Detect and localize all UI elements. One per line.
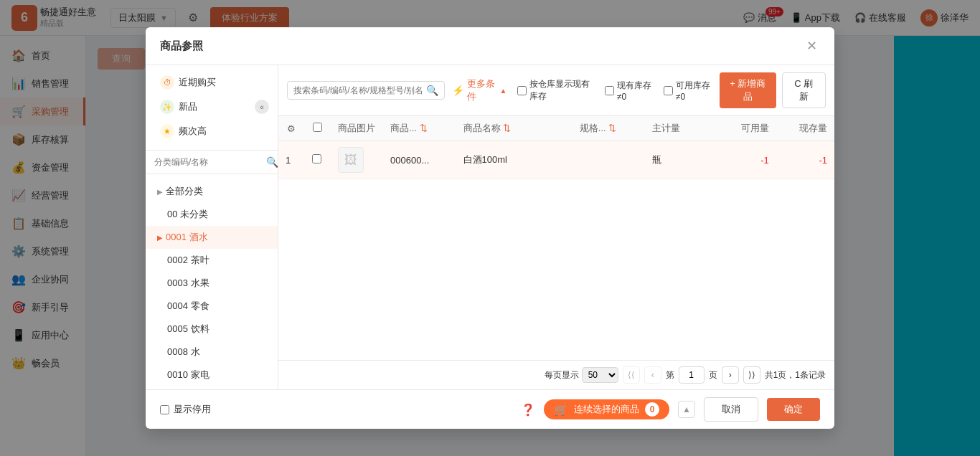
product-search-icon[interactable]: 🔍 [426, 85, 438, 96]
page-size-label: 每页显示 [545, 369, 579, 381]
modal-body: ⏱ 近期购买 ✨ 新品 ★ 频次高 « [146, 65, 834, 389]
checkbox-available-nonzero[interactable]: 现有库存≠0 [605, 80, 654, 102]
cart-label: 连续选择的商品 [574, 403, 639, 416]
th-available: 可用量 [703, 116, 776, 141]
show-disabled-checkbox[interactable]: 显示停用 [160, 403, 211, 416]
table-row[interactable]: 1 🖼 000600... 白酒100ml 瓶 -1 [278, 141, 834, 179]
category-all[interactable]: ▶ 全部分类 [146, 180, 278, 203]
category-beverage[interactable]: 0005 饮料 [146, 318, 278, 341]
th-name[interactable]: 商品名称 ⇅ [456, 116, 573, 141]
column-settings-icon[interactable]: ⚙ [287, 123, 296, 134]
filter-icon: ⚡ [452, 85, 464, 96]
filter-label: 更多条件 [467, 77, 497, 103]
category-search-area: 🔍 [146, 151, 278, 174]
right-panel: 🔍 ⚡ 更多条件 ▲ 按仓库显示现有库存 现有库存≠0 [278, 65, 834, 389]
row-index: 1 [278, 141, 305, 179]
category-fruit-label: 0003 水果 [157, 277, 209, 290]
shortcut-new[interactable]: ✨ 新品 [154, 95, 255, 118]
checkbox-usable-nonzero[interactable]: 可用库存≠0 [664, 80, 712, 102]
product-reference-modal: 商品参照 ✕ ⏱ 近期购买 ✨ 新品 [146, 27, 834, 429]
page-size-dropdown[interactable]: 10 20 50 100 [582, 367, 618, 383]
sort-spec-icon: ⇅ [608, 123, 616, 133]
prev-page-button[interactable]: ‹ [644, 366, 661, 384]
th-spec[interactable]: 规格... ⇅ [573, 116, 645, 141]
row-select-checkbox[interactable] [312, 154, 321, 163]
table-header-row: ⚙ 商品图片 商品... ⇅ 商品名称 [278, 116, 834, 141]
show-disabled-input[interactable] [160, 405, 169, 414]
filter-checkboxes: 按仓库显示现有库存 现有库存≠0 可用库存≠0 [517, 78, 712, 103]
row-image-cell: 🖼 [331, 141, 383, 179]
help-icon[interactable]: ❓ [521, 403, 535, 417]
th-checkbox [305, 116, 331, 141]
category-tea[interactable]: 0002 茶叶 [146, 249, 278, 272]
category-uncategorized[interactable]: 00 未分类 [146, 203, 278, 226]
category-list: ▶ 全部分类 00 未分类 ▶ 0001 酒水 0002 茶叶 0003 水果 [146, 174, 278, 389]
category-snack[interactable]: 0004 零食 [146, 295, 278, 318]
last-page-button[interactable]: ⟩⟩ [743, 366, 760, 384]
freq-icon: ★ [160, 124, 174, 138]
category-all-label: 全部分类 [166, 185, 203, 198]
confirm-button[interactable]: 确定 [767, 398, 820, 421]
recent-icon: ⏱ [160, 75, 174, 90]
th-code[interactable]: 商品... ⇅ [383, 116, 456, 141]
row-checkbox-cell [305, 141, 331, 179]
category-fruit[interactable]: 0003 水果 [146, 272, 278, 295]
category-water-label: 0008 水 [157, 346, 200, 358]
th-image: 商品图片 [331, 116, 383, 141]
row-stock: -1 [776, 141, 834, 179]
pagination-bar: 每页显示 10 20 50 100 ⟨⟨ ‹ 第 页 › ⟩⟩ 共1页，1条记录 [278, 360, 834, 389]
search-area: 🔍 ⚡ 更多条件 ▲ 按仓库显示现有库存 现有库存≠0 [278, 65, 834, 116]
product-image: 🖼 [338, 147, 364, 173]
product-table: ⚙ 商品图片 商品... ⇅ 商品名称 [278, 116, 834, 179]
select-all-checkbox[interactable] [313, 123, 322, 132]
th-settings: ⚙ [278, 116, 305, 141]
checkbox-warehouse-input[interactable] [517, 86, 527, 95]
add-product-button[interactable]: + 新增商品 [720, 72, 776, 108]
total-info: 共1页，1条记录 [765, 369, 826, 381]
th-spec-label: 规格... [580, 123, 606, 133]
search-input-wrap: 🔍 [287, 81, 445, 100]
th-stock: 现存量 [776, 116, 834, 141]
page-size-select: 每页显示 10 20 50 100 [545, 367, 618, 383]
page-number-input[interactable] [679, 366, 705, 384]
cart-icon: 🛒 [554, 403, 568, 417]
row-available: -1 [703, 141, 776, 179]
next-page-button[interactable]: › [722, 366, 739, 384]
shortcut-freq-label: 频次高 [179, 125, 207, 138]
filter-more-button[interactable]: ⚡ 更多条件 ▲ [452, 77, 507, 103]
sort-icon: ⇅ [420, 123, 428, 133]
filter-collapse-icon: ▲ [500, 87, 507, 95]
cancel-button[interactable]: 取消 [704, 397, 758, 422]
row-unit: 瓶 [645, 141, 703, 179]
category-search-input[interactable] [154, 157, 262, 167]
checkbox-available-input[interactable] [605, 86, 614, 95]
shortcut-freq[interactable]: ★ 频次高 [154, 120, 255, 143]
category-uncategorized-label: 00 未分类 [157, 208, 208, 221]
checkbox-warehouse[interactable]: 按仓库显示现有库存 [517, 78, 595, 103]
product-search-input[interactable] [293, 85, 426, 95]
cart-count: 0 [645, 402, 659, 417]
th-unit[interactable]: 主计量 [645, 116, 703, 141]
th-unit-label: 主计量 [652, 123, 680, 133]
cart-selection[interactable]: 🛒 连续选择的商品 0 [544, 399, 669, 419]
collapse-panel-button[interactable]: « [255, 100, 269, 114]
category-search-icon[interactable]: 🔍 [266, 156, 278, 168]
checkbox-available-label: 现有库存≠0 [617, 80, 654, 102]
modal-footer: 显示停用 ❓ 🛒 连续选择的商品 0 ▲ 取消 确定 [146, 389, 834, 429]
category-water[interactable]: 0008 水 [146, 341, 278, 364]
page-label-end: 页 [709, 369, 717, 381]
th-code-label: 商品... [390, 123, 417, 133]
shortcut-recent[interactable]: ⏱ 近期购买 [154, 71, 255, 94]
category-appliance[interactable]: 0010 家电 [146, 364, 278, 386]
modal-close-button[interactable]: ✕ [803, 37, 820, 54]
checkbox-usable-input[interactable] [664, 86, 673, 95]
category-liquor-label: 0001 酒水 [166, 231, 208, 244]
sort-name-icon: ⇅ [503, 123, 511, 133]
expand-icon: ▶ [157, 188, 163, 196]
new-icon: ✨ [160, 100, 174, 114]
row-name: 白酒100ml [456, 141, 573, 179]
first-page-button[interactable]: ⟨⟨ [623, 366, 640, 384]
footer-collapse-button[interactable]: ▲ [678, 401, 695, 418]
category-liquor[interactable]: ▶ 0001 酒水 [146, 226, 278, 249]
modal-refresh-button[interactable]: C 刷新 [782, 72, 826, 108]
